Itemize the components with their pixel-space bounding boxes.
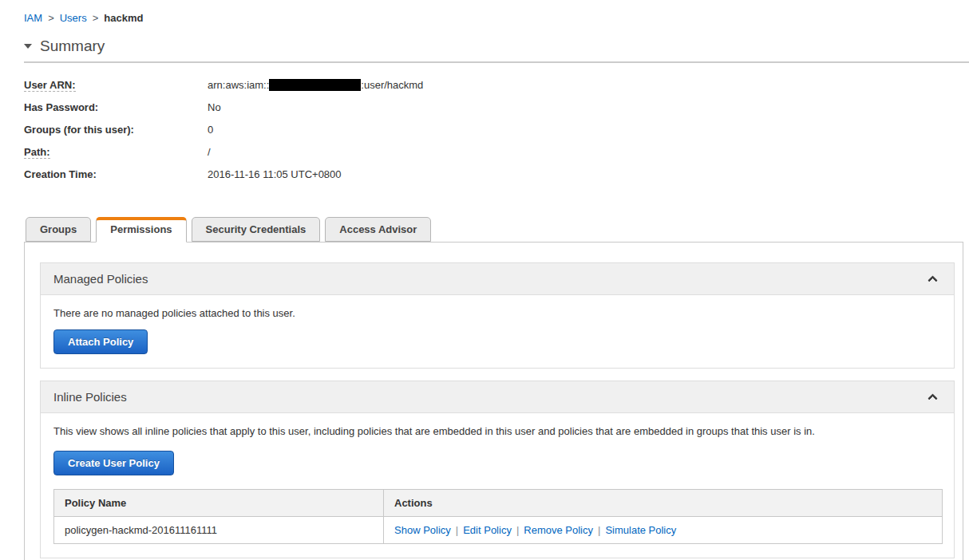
arn-prefix: arn:aws:iam:: bbox=[208, 79, 269, 91]
inline-policies-table: Policy Name Actions policygen-hackmd-201… bbox=[53, 489, 943, 544]
user-arn-value: arn:aws:iam:::user/hackmd bbox=[208, 79, 423, 91]
policy-name-cell: policygen-hackmd-201611161111 bbox=[54, 517, 384, 544]
simulate-policy-link[interactable]: Simulate Policy bbox=[605, 524, 676, 536]
breadcrumb-separator: > bbox=[48, 12, 54, 24]
field-row-groups: Groups (for this user): 0 bbox=[24, 118, 969, 140]
action-separator: | bbox=[598, 524, 600, 536]
breadcrumb-current-user: hackmd bbox=[104, 12, 143, 24]
summary-title: Summary bbox=[40, 37, 105, 55]
field-row-path: Path: / bbox=[24, 140, 969, 163]
tab-permissions[interactable]: Permissions bbox=[96, 217, 186, 243]
groups-label: Groups (for this user): bbox=[24, 124, 208, 136]
actions-column-header: Actions bbox=[384, 490, 943, 517]
edit-policy-link[interactable]: Edit Policy bbox=[463, 524, 512, 536]
managed-policies-body: There are no managed policies attached t… bbox=[41, 295, 954, 368]
field-row-has-password: Has Password: No bbox=[24, 96, 969, 118]
inline-policies-title: Inline Policies bbox=[53, 390, 127, 404]
triangle-down-icon bbox=[24, 44, 32, 49]
tab-security-credentials[interactable]: Security Credentials bbox=[192, 217, 321, 242]
permissions-tab-panel: Managed Policies There are no managed po… bbox=[24, 242, 963, 560]
tab-groups[interactable]: Groups bbox=[26, 217, 91, 242]
inline-policies-section: Inline Policies This view shows all inli… bbox=[40, 381, 955, 558]
policy-actions-cell: Show Policy|Edit Policy|Remove Policy|Si… bbox=[384, 517, 943, 544]
managed-policies-title: Managed Policies bbox=[53, 272, 148, 286]
field-row-creation-time: Creation Time: 2016-11-16 11:05 UTC+0800 bbox=[24, 163, 969, 185]
action-separator: | bbox=[456, 524, 458, 536]
managed-policies-section: Managed Policies There are no managed po… bbox=[40, 262, 955, 369]
creation-time-label: Creation Time: bbox=[24, 168, 208, 180]
managed-policies-empty-message: There are no managed policies attached t… bbox=[53, 307, 941, 319]
summary-divider bbox=[24, 61, 969, 63]
inline-policies-body: This view shows all inline policies that… bbox=[41, 413, 954, 558]
redacted-account-id bbox=[269, 79, 361, 91]
groups-value: 0 bbox=[208, 124, 213, 136]
arn-suffix: :user/hackmd bbox=[361, 79, 423, 91]
breadcrumb-link-users[interactable]: Users bbox=[60, 12, 87, 24]
action-separator: | bbox=[516, 524, 519, 536]
managed-policies-header[interactable]: Managed Policies bbox=[41, 263, 954, 295]
user-detail-tabs: Groups Permissions Security Credentials … bbox=[26, 217, 969, 242]
table-row: policygen-hackmd-201611161111 Show Polic… bbox=[54, 517, 943, 544]
tab-access-advisor[interactable]: Access Advisor bbox=[325, 217, 431, 242]
path-label: Path: bbox=[24, 146, 208, 158]
attach-policy-button[interactable]: Attach Policy bbox=[53, 329, 148, 354]
inline-policies-description: This view shows all inline policies that… bbox=[53, 425, 941, 437]
breadcrumb-link-iam[interactable]: IAM bbox=[24, 12, 42, 24]
show-policy-link[interactable]: Show Policy bbox=[394, 524, 451, 536]
table-header-row: Policy Name Actions bbox=[54, 490, 943, 517]
summary-fields: User ARN: arn:aws:iam:::user/hackmd Has … bbox=[24, 73, 969, 185]
user-arn-label: User ARN: bbox=[24, 79, 208, 91]
inline-policies-header[interactable]: Inline Policies bbox=[41, 381, 954, 413]
chevron-up-icon[interactable] bbox=[927, 393, 938, 404]
create-user-policy-button[interactable]: Create User Policy bbox=[53, 451, 174, 475]
path-value: / bbox=[208, 146, 211, 158]
has-password-value: No bbox=[208, 101, 221, 113]
field-row-user-arn: User ARN: arn:aws:iam:::user/hackmd bbox=[24, 73, 969, 96]
breadcrumb: IAM>Users>hackmd bbox=[0, 0, 969, 24]
has-password-label: Has Password: bbox=[24, 101, 208, 113]
creation-time-value: 2016-11-16 11:05 UTC+0800 bbox=[208, 168, 342, 180]
summary-section-toggle[interactable]: Summary bbox=[24, 37, 969, 55]
chevron-up-icon[interactable] bbox=[927, 275, 938, 286]
breadcrumb-separator: > bbox=[93, 12, 99, 24]
policy-name-column-header: Policy Name bbox=[54, 490, 384, 517]
remove-policy-link[interactable]: Remove Policy bbox=[524, 524, 593, 536]
